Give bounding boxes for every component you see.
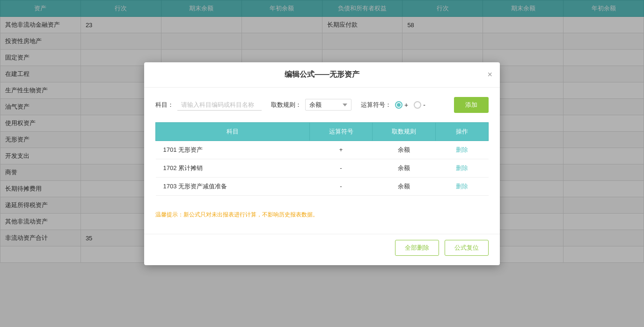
formula-rule-cell: 余额 [373,177,436,195]
operator-label: 运算符号： [361,101,391,109]
warning-text: 温馨提示：新公式只对未出报表进行计算，不影响历史报表数据。 [155,205,489,224]
subject-label: 科目： [155,101,174,109]
rule-select[interactable]: 余额借方发生额贷方发生额 [305,99,351,111]
formula-action-cell: 删除 [435,159,488,177]
operator-plus-circle [395,101,402,109]
modal-header: 编辑公式——无形资产 × [144,62,500,88]
formula-subject-cell: 1702 累计摊销 [156,159,310,177]
formula-subject-cell: 1703 无形资产减值准备 [156,177,310,195]
modal-dialog: 编辑公式——无形资产 × 科目： 取数规则： 余额借方发生额贷方发生额 运算符号… [144,62,500,265]
formula-operator-cell: - [309,159,373,177]
formula-subject-cell: 1701 无形资产 [156,141,310,159]
close-button[interactable]: × [487,70,492,79]
operator-minus-circle [414,101,421,109]
form-row: 科目： 取数规则： 余额借方发生额贷方发生额 运算符号： + [155,97,489,113]
modal-title: 编辑公式——无形资产 [285,70,359,78]
rule-select-wrap: 余额借方发生额贷方发生额 [305,99,351,111]
operator-field: 运算符号： + - [361,101,425,109]
modal-body: 科目： 取数规则： 余额借方发生额贷方发生额 运算符号： + [144,88,500,234]
formula-action-cell: 删除 [435,141,488,159]
formula-table: 科目运算符号取数规则操作 1701 无形资产+余额删除1702 累计摊销-余额删… [155,122,489,196]
operator-minus-label: - [423,101,425,109]
table-row: 1703 无形资产减值准备-余额删除 [156,177,489,195]
delete-link[interactable]: 删除 [456,146,468,153]
formula-table-header: 取数规则 [373,122,436,141]
rule-field: 取数规则： 余额借方发生额贷方发生额 [271,99,351,111]
delete-link[interactable]: 删除 [456,183,468,190]
formula-action-cell: 删除 [435,177,488,195]
subject-field: 科目： [155,99,262,111]
operator-plus-label: + [404,101,408,109]
delete-link[interactable]: 删除 [456,164,468,171]
operator-radio-group: + - [395,101,425,109]
formula-operator-cell: - [309,177,373,195]
formula-rule-cell: 余额 [373,159,436,177]
formula-rule-cell: 余额 [373,141,436,159]
add-button[interactable]: 添加 [454,97,489,113]
operator-plus-radio[interactable]: + [395,101,408,109]
modal-overlay: 编辑公式——无形资产 × 科目： 取数规则： 余额借方发生额贷方发生额 运算符号… [0,0,644,327]
reset-button[interactable]: 公式复位 [445,240,489,256]
formula-table-header: 运算符号 [309,122,373,141]
formula-table-header: 科目 [156,122,310,141]
rule-label: 取数规则： [271,101,301,109]
modal-footer: 全部删除 公式复位 [144,234,500,265]
operator-minus-radio[interactable]: - [414,101,425,109]
subject-input[interactable] [177,99,262,111]
delete-all-button[interactable]: 全部删除 [395,240,439,256]
table-row: 1701 无形资产+余额删除 [156,141,489,159]
formula-operator-cell: + [309,141,373,159]
table-row: 1702 累计摊销-余额删除 [156,159,489,177]
formula-table-header: 操作 [435,122,488,141]
